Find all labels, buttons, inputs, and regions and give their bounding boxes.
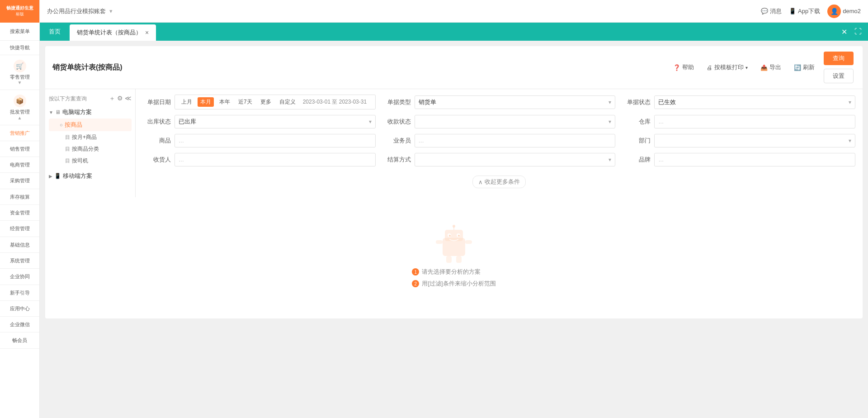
scheme-item-category[interactable]: 目 按商品分类 (49, 143, 132, 155)
scheme-collapse-icon[interactable]: ≪ (125, 95, 132, 103)
sidebar-item-purchase[interactable]: 采购管理 (0, 173, 39, 189)
app-download-btn[interactable]: 📱 App下载 (789, 7, 820, 15)
sidebar-item-finance[interactable]: 资金管理 (0, 205, 39, 221)
date-this-month-btn[interactable]: 本月 (198, 97, 214, 107)
sidebar-item-wechat[interactable]: 企业微信 (0, 317, 39, 332)
brand-label: 品牌 (623, 156, 654, 164)
goods-value[interactable]: … (175, 134, 376, 147)
export-btn[interactable]: 📤 导出 (757, 62, 785, 73)
collect-status-chevron: ▾ (609, 119, 611, 125)
page-body: 按以下方案查询 ＋ ⚙ ≪ ▼ 🖥 电脑端方案 (45, 89, 863, 197)
sidebar-item-guide[interactable]: 新手引导 (0, 285, 39, 301)
tab-home[interactable]: 首页 (40, 23, 70, 41)
print-btn[interactable]: 🖨 按模板打印 ▾ (703, 62, 751, 73)
tabbar-actions: ✕ ⛶ (839, 26, 868, 38)
scheme-pc-group-title[interactable]: ▼ 🖥 电脑端方案 (49, 106, 132, 118)
sidebar-item-operations[interactable]: 经营管理 (0, 221, 39, 237)
payment-label: 结算方式 (383, 156, 415, 164)
print-dropdown-arrow: ▾ (745, 65, 748, 70)
date-7days-btn[interactable]: 近7天 (236, 97, 255, 107)
sidebar-item-marketing[interactable]: 营销推广 (0, 125, 39, 141)
scheme-settings-icon[interactable]: ⚙ (117, 95, 123, 103)
out-status-label: 出库状态 (143, 118, 175, 126)
pc-icon: 🖥 (55, 109, 61, 115)
tab-close-icon[interactable]: × (145, 29, 149, 36)
empty-state: 1 请先选择要分析的方案 2 用[过滤]条件来缩小分析范围 (45, 197, 863, 318)
brand-value[interactable]: … (654, 153, 855, 166)
scheme-mobile-group-title[interactable]: ▶ 📱 移动端方案 (49, 170, 132, 182)
tab-close-window-btn[interactable]: ✕ (839, 26, 850, 38)
scheme-panel: 按以下方案查询 ＋ ⚙ ≪ ▼ 🖥 电脑端方案 (45, 89, 136, 197)
query-btn[interactable]: 查询 (824, 52, 854, 65)
tab-active-label: 销货单统计表（按商品） (77, 28, 142, 37)
sidebar-item-apps[interactable]: 应用中心 (0, 301, 39, 317)
wholesale-label: 批发管理 (10, 109, 30, 115)
scheme-pc-group: ▼ 🖥 电脑端方案 ○ 按商品 目 按月+商品 (49, 106, 132, 166)
svg-point-5 (458, 235, 460, 237)
help-btn[interactable]: ❓ 帮助 (670, 62, 698, 73)
sidebar-item-system[interactable]: 系统管理 (0, 253, 39, 269)
out-status-chevron: ▾ (369, 119, 372, 125)
message-btn[interactable]: 💬 消息 (761, 7, 782, 15)
scheme-item-by-goods[interactable]: ○ 按商品 (49, 119, 132, 131)
doc-status-chevron: ▾ (849, 99, 851, 105)
collect-status-value[interactable]: ▾ (415, 115, 616, 128)
sidebar-search-section[interactable]: 搜索菜单 (0, 23, 39, 41)
workspace-dropdown-icon[interactable]: ▾ (109, 8, 113, 14)
sidebar-item-sales[interactable]: 销售管理 (0, 141, 39, 157)
scheme-icon-category: 目 (65, 146, 70, 152)
sidebar-item-member[interactable]: 畅会员 (0, 332, 39, 348)
scheme-item-driver[interactable]: 目 按司机 (49, 155, 132, 166)
date-filter-value[interactable]: 上月 本月 本年 近7天 更多 自定义 2023-03-01 至 2023-03… (175, 95, 376, 109)
doc-status-value[interactable]: 已生效 ▾ (654, 95, 855, 109)
wechat-label: 企业微信 (10, 321, 30, 328)
search-menu-label[interactable]: 搜索菜单 (2, 26, 38, 37)
sidebar-item-ecommerce[interactable]: 电商管理 (0, 157, 39, 173)
settings-btn[interactable]: 设置 (824, 69, 854, 83)
collapse-icon: ∧ (478, 179, 483, 185)
tip1-num: 1 (412, 268, 419, 276)
out-status-value[interactable]: 已出库 ▾ (175, 115, 376, 128)
scheme-item-month-goods[interactable]: 目 按月+商品 (49, 132, 132, 143)
sidebar-quick-nav[interactable]: 快捷导航 (0, 41, 39, 55)
empty-illustration (431, 224, 476, 261)
operations-label: 经营管理 (10, 225, 30, 232)
username: demo2 (843, 8, 861, 14)
warehouse-value[interactable]: … (654, 115, 855, 128)
date-this-year-btn[interactable]: 本年 (217, 97, 233, 107)
tab-active[interactable]: 销货单统计表（按商品） × (70, 24, 156, 41)
page-title: 销货单统计表(按商品) (52, 63, 123, 72)
workspace-name: 办公用品行业模拟账套 (47, 7, 106, 15)
date-custom-btn[interactable]: 自定义 (277, 97, 298, 107)
sidebar-item-wholesale[interactable]: 📦 批发管理 ▲ (0, 90, 39, 125)
sidebar-item-retail[interactable]: 🛒 零售管理 ▼ (0, 55, 39, 90)
avatar: 👤 (827, 5, 841, 18)
date-last-month-btn[interactable]: 上月 (179, 97, 195, 107)
collab-label: 企业协同 (10, 273, 30, 280)
main-area: 办公用品行业模拟账套 ▾ 💬 消息 📱 App下载 👤 demo2 首页 (40, 0, 868, 418)
salesman-value[interactable]: … (415, 134, 616, 147)
payment-value[interactable]: ▾ (415, 153, 616, 166)
filter-row-2: 出库状态 已出库 ▾ 收款状态 ▾ (143, 115, 855, 128)
scheme-add-icon[interactable]: ＋ (109, 95, 115, 103)
guide-label: 新手引导 (10, 290, 30, 296)
sidebar-item-inventory[interactable]: 库存核算 (0, 189, 39, 205)
svg-rect-9 (465, 240, 472, 244)
message-label: 消息 (770, 7, 782, 15)
receiver-value[interactable]: … (175, 153, 376, 166)
filter-collect-status: 收款状态 ▾ (383, 115, 616, 128)
dept-value[interactable]: ▾ (654, 134, 855, 147)
topbar-left: 办公用品行业模拟账套 ▾ (47, 7, 113, 15)
tab-maximize-btn[interactable]: ⛶ (852, 26, 864, 38)
user-profile[interactable]: 👤 demo2 (827, 5, 861, 18)
sidebar-item-collab[interactable]: 企业协同 (0, 269, 39, 285)
collapse-btn[interactable]: ∧ 收起更多条件 (472, 176, 526, 188)
refresh-btn[interactable]: 🔄 刷新 (790, 62, 818, 73)
page-header: 销货单统计表(按商品) ❓ 帮助 🖨 按模板打印 ▾ 📤 导出 (45, 46, 863, 89)
doc-type-value[interactable]: 销货单 ▾ (415, 95, 616, 109)
sidebar-item-base[interactable]: 基础信息 (0, 237, 39, 253)
date-more-btn[interactable]: 更多 (258, 97, 274, 107)
scheme-panel-title: 按以下方案查询 ＋ ⚙ ≪ (49, 95, 132, 103)
filter-goods: 商品 … (143, 134, 376, 147)
payment-chevron: ▾ (609, 157, 611, 163)
